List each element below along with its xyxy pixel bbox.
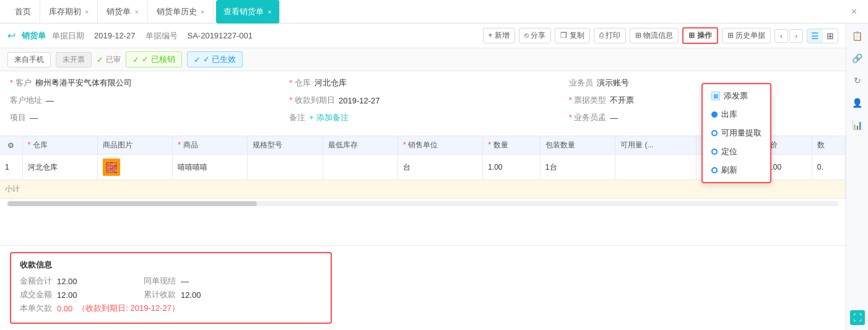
- outbound-icon: [711, 111, 718, 118]
- right-sidebar: 📋 🔗 ↻ 👤 📊 ⛶: [846, 24, 868, 330]
- payment-row-3: 本单欠款 0.00 （收款到期日: 2019-12-27）: [20, 303, 322, 314]
- locate-item[interactable]: 定位: [703, 142, 770, 161]
- gear-col-header[interactable]: ⚙: [0, 136, 22, 155]
- history-button[interactable]: ⊞ 历史单据: [722, 28, 771, 43]
- outbound-item[interactable]: 出库: [703, 105, 770, 124]
- print-button[interactable]: ⎙ 打印: [594, 28, 626, 43]
- customer-field: 客户 柳州粤港平安气体有限公司: [10, 77, 277, 89]
- same-order-label: 同单现结: [144, 276, 176, 287]
- available-cell: [615, 155, 697, 180]
- tab-view-sales[interactable]: 查看销货单 ×: [216, 0, 279, 24]
- scrollbar-thumb[interactable]: [7, 201, 257, 206]
- qty-col-header: * 数量: [483, 136, 540, 155]
- refresh-label: 刷新: [721, 165, 737, 176]
- outbound-label: 出库: [721, 109, 737, 120]
- doc-type-label: 销货单: [22, 30, 46, 41]
- add-invoice-label: 添发票: [724, 90, 748, 102]
- sidebar-doc-icon[interactable]: 📋: [850, 28, 865, 43]
- product-col-header: * 商品: [173, 136, 248, 155]
- window-close-button[interactable]: ×: [846, 6, 862, 17]
- nav-next-button[interactable]: ›: [789, 29, 803, 43]
- refresh-icon: [711, 167, 718, 173]
- date-value: 2019-12-27: [94, 31, 136, 40]
- employee2-label: 业务员孟: [569, 112, 607, 123]
- tab-sales-history[interactable]: 销货单历史 ×: [148, 0, 214, 24]
- warehouse-label: 仓库: [289, 77, 311, 89]
- warehouse-col-header: * 仓库: [22, 136, 97, 155]
- cumulative-value: 12.00: [181, 290, 201, 300]
- sidebar-chart-icon[interactable]: 📊: [850, 118, 865, 132]
- confirm-icon: ✓: [97, 55, 103, 64]
- min-stock-col-header: 最低库存: [323, 136, 397, 155]
- payment-due-value: 2019-12-27: [339, 96, 380, 105]
- transaction-label: 成交金额: [20, 289, 52, 300]
- sidebar-expand-icon[interactable]: ⛶: [850, 310, 865, 325]
- cancelled-badge[interactable]: ✓ ✓ 已核销: [126, 51, 182, 67]
- ticket-label: 票据类型: [569, 95, 607, 106]
- payment-due-label: 收款到期日: [289, 95, 335, 106]
- from-phone-button[interactable]: 来自手机: [7, 52, 51, 67]
- tab-inventory-close[interactable]: ×: [85, 8, 89, 15]
- view-list-button[interactable]: ☰: [807, 29, 823, 43]
- available-qty-icon: [711, 130, 718, 136]
- bottom-section: 收款信息 金额合计 12.00 同单现结 — 成交金额 12.00: [0, 245, 846, 330]
- tab-view-sales-close[interactable]: ×: [267, 8, 271, 15]
- more-col-header: 数: [812, 136, 845, 155]
- operate-button[interactable]: ⊞ 操作: [682, 27, 718, 44]
- payment-row-1: 金额合计 12.00 同单现结 —: [20, 276, 322, 287]
- sidebar-user-icon[interactable]: 👤: [850, 95, 865, 110]
- spec-cell: [248, 155, 323, 180]
- effective-icon: ✓: [194, 55, 201, 64]
- view-grid-button[interactable]: ⊞: [823, 29, 838, 43]
- tab-sales-close[interactable]: ×: [134, 8, 138, 15]
- not-open-badge[interactable]: 未开票: [56, 52, 92, 67]
- doc-meta: 单据日期 2019-12-27 单据编号 SA-20191227-001: [52, 30, 253, 41]
- product-cell: 嘻嘻嘻嘻: [173, 155, 248, 180]
- available-qty-item[interactable]: 可用量提取: [703, 124, 770, 142]
- same-order-item: 同单现结 —: [144, 276, 243, 287]
- view-toggle: ☰ ⊞: [807, 28, 838, 43]
- note-add-button[interactable]: + 添加备注: [309, 112, 348, 123]
- transaction-value: 12.00: [57, 290, 77, 300]
- add-button[interactable]: + 新增: [483, 28, 515, 43]
- warehouse-cell: 河北仓库: [22, 155, 97, 180]
- payment-row-2: 成交金额 12.00 累计收款 12.00: [20, 289, 322, 300]
- refresh-item[interactable]: 刷新: [703, 161, 770, 180]
- copy-button[interactable]: ❐ 复制: [555, 28, 589, 43]
- tab-sales-history-close[interactable]: ×: [201, 8, 204, 15]
- toolbar-row2: 来自手机 未开票 ✓ 已审 ✓ ✓ 已核销 ✓ ✓ 已生效: [0, 48, 846, 71]
- available-col-header: 可用量 (...: [615, 136, 697, 155]
- balance-label: 本单欠款: [20, 303, 52, 314]
- product-img-cell: 🧱: [97, 155, 172, 180]
- tab-inventory[interactable]: 库存期初 ×: [40, 0, 98, 24]
- note-field: 备注 + 添加备注: [289, 112, 556, 123]
- share-button[interactable]: ⎋ 分享: [519, 28, 551, 43]
- locate-label: 定位: [721, 146, 737, 157]
- tab-sales[interactable]: 销货单 ×: [98, 0, 147, 24]
- warehouse-field: 仓库 河北仓库: [289, 77, 556, 89]
- logistics-button[interactable]: ⊞ 物流信息: [630, 28, 679, 43]
- total-label: 金额合计: [20, 276, 52, 287]
- spec-col-header: 规格型号: [248, 136, 323, 155]
- ticket-value: 不开票: [610, 95, 634, 106]
- doc-area: ↩ 销货单 单据日期 2019-12-27 单据编号 SA-20191227-0…: [0, 24, 846, 330]
- total-item: 金额合计 12.00: [20, 276, 119, 287]
- warehouse-value: 河北仓库: [315, 77, 347, 89]
- min-stock-cell: [323, 155, 397, 180]
- employee-label: 业务员: [569, 77, 593, 89]
- customer-value: 柳州粤港平安气体有限公司: [35, 77, 132, 89]
- cancelled-icon: ✓: [132, 55, 139, 64]
- horizontal-scrollbar[interactable]: [7, 201, 838, 206]
- sidebar-link-icon[interactable]: 🔗: [850, 51, 865, 66]
- sidebar-refresh-icon[interactable]: ↻: [850, 73, 865, 88]
- cumulative-item: 累计收款 12.00: [144, 289, 243, 300]
- pack-qty-col-header: 包装数量: [540, 136, 615, 155]
- tab-home[interactable]: 首页: [6, 0, 40, 24]
- unit-col-header: * 销售单位: [397, 136, 482, 155]
- add-invoice-item[interactable]: ▦ 添发票: [703, 87, 770, 105]
- confirm-label: 已审: [106, 54, 121, 65]
- operate-dropdown: ▦ 添发票 出库 可用量提取 定位 刷新: [701, 83, 771, 183]
- nav-prev-button[interactable]: ‹: [775, 29, 788, 43]
- effective-badge[interactable]: ✓ ✓ 已生效: [187, 51, 243, 67]
- customer-label: 客户: [10, 77, 32, 89]
